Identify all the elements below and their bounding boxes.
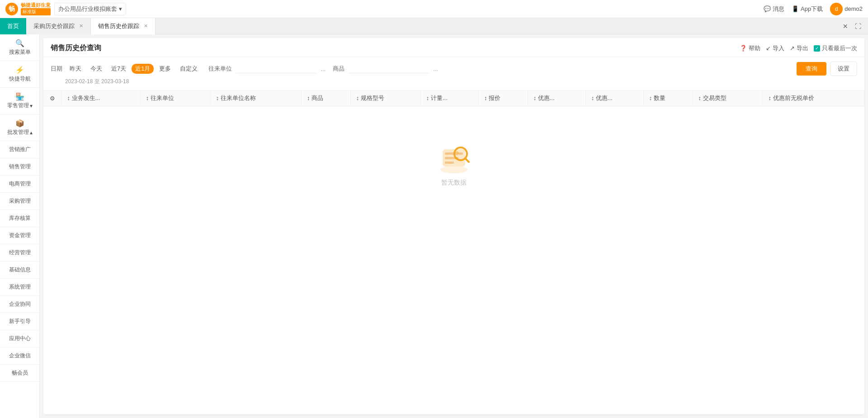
sidebar-item-retail[interactable]: 🏪 零售管理 ▾ [0,88,39,114]
th-goods-label: ↕ 商品 [307,95,323,101]
date-range-text: 2023-02-18 至 2023-03-18 [65,78,129,85]
tab-purchase-label: 采购历史价跟踪 [33,22,75,30]
date-range-display: 2023-02-18 至 2023-03-18 [51,78,857,86]
close-window-icon[interactable]: ✕ [841,22,850,31]
export-label: 导出 [797,44,808,52]
sidebar-apps-label: 应用中心 [9,335,31,342]
maximize-icon[interactable]: ⛶ [854,22,863,31]
sidebar-purchase-label: 采购管理 [9,197,31,205]
sidebar-item-shortcut[interactable]: ⚡ 快捷导航 [0,61,39,88]
sidebar-wholesale-label: 批发管理 [7,128,29,136]
message-label: 消息 [773,5,784,13]
sidebar-finance-label: 资金管理 [9,232,31,239]
message-button[interactable]: 💬 消息 [764,5,784,13]
tab-bar: 首页 采购历史价跟踪 ✕ 销售历史价跟踪 ✕ ✕ ⛶ [0,18,868,34]
date-btn-today[interactable]: 今天 [87,64,106,74]
top-bar: 畅 畅捷通好生意 标准版 办公用品行业模拟账套 ▾ 💬 消息 📱 App下载 d… [0,0,868,18]
th-partner-code[interactable]: ↕ 往来单位 [140,90,210,106]
date-btn-more[interactable]: 更多 [156,64,175,74]
tab-purchase-history[interactable]: 采购历史价跟踪 ✕ [26,18,91,34]
page-header: 销售历史价查询 ❓ 帮助 ↙ 导入 ↗ 导出 ✓ [43,38,864,57]
top-bar-left: 畅 畅捷通好生意 标准版 办公用品行业模拟账套 ▾ [5,2,126,15]
sidebar-item-finance[interactable]: 资金管理 [0,227,39,244]
sidebar-item-apps[interactable]: 应用中心 [0,330,39,347]
logo-icon: 畅 [5,3,18,15]
logo-area: 畅 畅捷通好生意 标准版 [5,2,51,15]
date-btn-1month[interactable]: 近1月 [132,64,154,74]
th-spec[interactable]: ↕ 规格型号 [350,90,420,106]
th-qty-label: ↕ 数量 [649,95,665,101]
th-biz-date-label: ↕ 业务发生... [67,95,100,101]
sidebar-item-inventory[interactable]: 库存核算 [0,210,39,227]
help-label: 帮助 [749,44,760,52]
checkbox-icon: ✓ [814,45,820,52]
partner-dots[interactable]: ... [321,66,326,72]
message-icon: 💬 [764,5,771,12]
setting-button[interactable]: 设置 [830,62,857,76]
export-button[interactable]: ↗ 导出 [790,44,808,52]
page-title: 销售历史价查询 [51,43,101,53]
query-button[interactable]: 查询 [797,62,826,76]
th-biz-date[interactable]: ↕ 业务发生... [61,90,140,106]
close-sales-tab-icon[interactable]: ✕ [144,23,148,29]
tab-sales-history[interactable]: 销售历史价跟踪 ✕ [91,18,156,34]
th-price[interactable]: ↕ 报价 [478,90,528,106]
sidebar-item-operations[interactable]: 经营管理 [0,244,39,261]
tab-home[interactable]: 首页 [0,18,26,34]
sidebar-item-search[interactable]: 🔍 搜索菜单 [0,34,39,61]
app-download-button[interactable]: 📱 App下载 [792,5,823,13]
top-bar-right: 💬 消息 📱 App下载 d demo2 [764,3,863,15]
th-settings[interactable]: ⚙ [43,90,61,106]
sidebar-item-enterprise[interactable]: 企业协同 [0,296,39,313]
th-partner-name[interactable]: ↕ 往来单位名称 [210,90,301,106]
only-last-toggle[interactable]: ✓ 只看最后一次 [814,44,857,52]
sidebar-marketing-label: 营销推广 [9,146,31,153]
sidebar-item-member[interactable]: 畅会员 [0,365,39,382]
page-header-actions: ❓ 帮助 ↙ 导入 ↗ 导出 ✓ 只看最后一次 [740,44,857,52]
page-content: 销售历史价查询 ❓ 帮助 ↙ 导入 ↗ 导出 ✓ [43,38,864,414]
th-goods[interactable]: ↕ 商品 [302,90,351,106]
content-area: 销售历史价查询 ❓ 帮助 ↙ 导入 ↗ 导出 ✓ [40,34,868,418]
th-discount1[interactable]: ↕ 优惠... [528,90,585,106]
workspace-selector[interactable]: 办公用品行业模拟账套 ▾ [54,3,126,15]
sidebar-sales-mgmt-label: 销售管理 [9,163,31,171]
partner-input[interactable] [236,64,317,73]
date-btn-custom[interactable]: 自定义 [176,64,201,74]
sidebar-item-marketing[interactable]: 营销推广 [0,141,39,158]
sidebar-item-guide[interactable]: 新手引导 [0,313,39,330]
goods-dots[interactable]: ... [433,66,438,72]
sidebar-item-sales-mgmt[interactable]: 销售管理 [0,158,39,176]
date-btn-7days[interactable]: 近7天 [108,64,130,74]
home-label: 首页 [7,22,19,30]
svg-point-0 [440,166,467,173]
sidebar-basic-info-label: 基础信息 [9,266,31,274]
th-qty[interactable]: ↕ 数量 [643,90,693,106]
sidebar: 🔍 搜索菜单 ⚡ 快捷导航 🏪 零售管理 ▾ 📦 批发管理 ▴ 营销推广 销售管… [0,34,40,418]
goods-input[interactable] [348,64,429,73]
svg-text:?: ? [456,151,459,157]
th-discount2[interactable]: ↕ 优惠... [585,90,643,106]
sidebar-item-system[interactable]: 系统管理 [0,279,39,296]
phone-icon: 📱 [792,5,799,12]
user-profile[interactable]: d demo2 [830,3,863,15]
empty-state: ? 暂无数据 [43,106,864,214]
th-unit[interactable]: ↕ 计量... [420,90,478,106]
sidebar-item-ecommerce[interactable]: 电商管理 [0,176,39,193]
sidebar-item-purchase[interactable]: 采购管理 [0,193,39,210]
sidebar-item-wholesale[interactable]: 📦 批发管理 ▴ [0,114,39,141]
help-button[interactable]: ❓ 帮助 [740,44,760,52]
partner-filter-group: 往来单位 ... [208,64,326,73]
sidebar-item-wechat[interactable]: 企业微信 [0,347,39,365]
close-purchase-tab-icon[interactable]: ✕ [79,23,83,29]
sidebar-item-basic-info[interactable]: 基础信息 [0,261,39,279]
th-trade-type[interactable]: ↕ 交易类型 [693,90,763,106]
th-pre-tax-price-label: ↕ 优惠前无税单价 [768,95,814,101]
sidebar-operations-label: 经营管理 [9,249,31,256]
th-pre-tax-price[interactable]: ↕ 优惠前无税单价 [763,90,864,106]
tab-actions: ✕ ⛶ [841,22,868,31]
settings-icon: ⚙ [50,95,55,102]
date-btn-yesterday[interactable]: 昨天 [66,64,85,74]
import-button[interactable]: ↙ 导入 [766,44,784,52]
app-download-label: App下载 [801,5,823,13]
table-container: ⚙ ↕ 业务发生... ↕ 往来单位 ↕ 往来单位名称 [43,90,864,414]
